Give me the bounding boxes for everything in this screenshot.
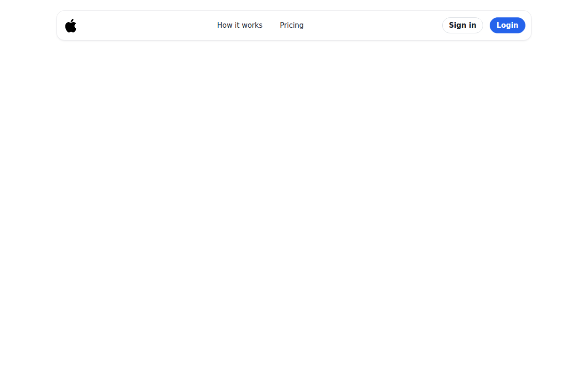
login-button[interactable]: Login [490, 17, 525, 33]
nav-links: How it works Pricing [79, 22, 442, 29]
sign-in-button[interactable]: Sign in [442, 17, 483, 33]
logo-link[interactable] [63, 17, 79, 33]
nav-link-how-it-works[interactable]: How it works [217, 22, 262, 29]
nav-link-pricing[interactable]: Pricing [280, 22, 304, 29]
nav-actions: Sign in Login [442, 17, 525, 33]
top-navbar: How it works Pricing Sign in Login [56, 10, 532, 40]
page: How it works Pricing Sign in Login [0, 0, 588, 376]
apple-logo-icon [64, 19, 78, 32]
